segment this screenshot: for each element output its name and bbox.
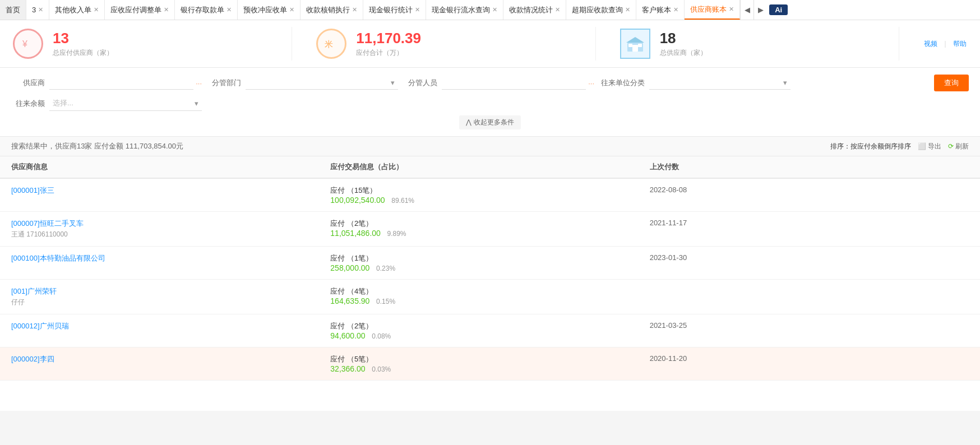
top-right-links: 视频 ｜ 帮助 <box>922 39 969 49</box>
last-pay-2: 2021-11-17 <box>650 219 969 227</box>
divider: ｜ <box>942 39 949 49</box>
help-link[interactable]: 帮助 <box>953 39 967 49</box>
filter-row-2: 往来余额 选择... ▾ <box>11 96 969 111</box>
nav-next-arrow[interactable]: ▶ <box>754 0 767 20</box>
summary-icon-shop <box>618 27 652 61</box>
supplier-link-1[interactable]: [000001]张三 <box>11 186 54 194</box>
close-icon[interactable]: ✕ <box>625 6 630 13</box>
payable-suppliers-label: 总应付供应商（家） <box>53 48 113 58</box>
summary-icon-total: 米 <box>315 27 348 61</box>
nav-item-supplier-ledger[interactable]: 供应商账本 ✕ <box>685 0 740 20</box>
page-wrapper: 首页 3 ✕ 其他收入单 ✕ 应收应付调整单 ✕ 银行存取款单 ✕ 预收冲应收单… <box>0 0 980 445</box>
collapse-button[interactable]: ⋀ 收起更多条件 <box>459 115 520 129</box>
svg-rect-4 <box>632 45 638 52</box>
supplier-link-4[interactable]: [001]广州荣轩 <box>11 287 57 295</box>
person-dots[interactable]: ··· <box>588 79 594 87</box>
total-suppliers-label: 总供应商（家） <box>660 48 707 58</box>
close-icon[interactable]: ✕ <box>352 6 357 13</box>
filter-dept: 分管部门 ▾ <box>207 76 398 90</box>
chevron-down-icon: ▾ <box>391 78 395 87</box>
close-icon[interactable]: ✕ <box>94 6 99 13</box>
close-icon[interactable]: ✕ <box>492 6 497 13</box>
summary-text-total-suppliers: 18 总供应商（家） <box>660 30 707 58</box>
close-icon[interactable]: ✕ <box>555 6 560 13</box>
summary-card-total-suppliers: 18 总供应商（家） <box>618 27 899 61</box>
refresh-icon: ⟳ <box>948 142 954 150</box>
summary-text-payable-total: 11,170.39 应付合计（万） <box>356 30 421 58</box>
nav-item-collection-stat[interactable]: 收款情况统计 ✕ <box>503 0 566 20</box>
result-summary-text: 搜索结果中，供应商13家 应付金额 111,703,854.00元 <box>11 141 183 151</box>
close-icon[interactable]: ✕ <box>729 6 734 13</box>
close-icon[interactable]: ✕ <box>38 6 43 13</box>
summary-icon-payable: ¥ <box>11 27 45 61</box>
balance-label: 往来余额 <box>11 99 45 109</box>
nav-item-receivable-exec[interactable]: 收款核销执行 ✕ <box>301 0 363 20</box>
payable-total-label: 应付合计（万） <box>356 48 421 58</box>
supplier-info-3: [000100]本特勤油品有限公司 <box>11 253 330 263</box>
total-suppliers-num: 18 <box>660 30 707 47</box>
person-input[interactable] <box>442 76 586 90</box>
filter-person: 分管人员 ··· <box>404 76 594 90</box>
supplier-sub-4: 仔仔 <box>11 298 330 307</box>
nav-item-cash-bank-stat[interactable]: 现金银行统计 ✕ <box>363 0 426 20</box>
supplier-link-2[interactable]: [000007]恒旺二手叉车 <box>11 219 84 228</box>
ai-badge[interactable]: Ai <box>769 4 788 15</box>
dept-label: 分管部门 <box>207 78 241 88</box>
nav-item-customer-ledger[interactable]: 客户账本 ✕ <box>636 0 685 20</box>
nav-item-cash-flow[interactable]: 现金银行流水查询 ✕ <box>426 0 503 20</box>
supplier-dots[interactable]: ··· <box>196 79 202 87</box>
close-icon[interactable]: ✕ <box>226 6 232 13</box>
nav-item-adjustment[interactable]: 应收应付调整单 ✕ <box>105 0 175 20</box>
top-navigation: 首页 3 ✕ 其他收入单 ✕ 应收应付调整单 ✕ 银行存取款单 ✕ 预收冲应收单… <box>0 0 980 20</box>
payable-total-num: 11,170.39 <box>356 30 421 47</box>
supplier-link-5[interactable]: [000012]广州贝瑞 <box>11 322 69 330</box>
nav-item-overdue[interactable]: 超期应收款查询 ✕ <box>566 0 636 20</box>
payable-icon-circle: ¥ <box>13 29 43 59</box>
supplier-info-2: [000007]恒旺二手叉车 王通 17106110000 <box>11 219 330 239</box>
nav-item-home[interactable]: 首页 <box>0 0 26 20</box>
supplier-info-6: [000002]李四 <box>11 354 330 364</box>
last-pay-3: 2023-01-30 <box>650 253 969 262</box>
table-row: [000001]张三 应付 （15笔） 100,092,540.00 89.61… <box>0 179 980 212</box>
video-link[interactable]: 视频 <box>924 39 937 49</box>
right-actions: 排序：按应付余额倒序排序 ⬜ 导出 ⟳ 刷新 <box>830 142 969 151</box>
category-dropdown[interactable]: ▾ <box>649 76 791 90</box>
collapse-row: ⋀ 收起更多条件 <box>11 115 969 129</box>
summary-text-payable-suppliers: 13 总应付供应商（家） <box>53 30 113 58</box>
nav-prev-arrow[interactable]: ◀ <box>740 0 754 20</box>
shop-icon-box <box>620 29 650 59</box>
table-row: [000012]广州贝瑞 应付 （2笔） 94,600.00 0.08% 202… <box>0 314 980 347</box>
chevron-down-icon-3: ▾ <box>195 99 198 108</box>
svg-rect-5 <box>628 44 632 47</box>
table-row: [000100]本特勤油品有限公司 应付 （1笔） 258,000.00 0.2… <box>0 247 980 280</box>
payable-info-2: 应付 （2笔） 11,051,486.00 9.89% <box>330 219 649 238</box>
col-header-payable: 应付交易信息（占比） <box>330 162 649 172</box>
sort-label[interactable]: 排序：按应付余额倒序排序 <box>830 142 911 151</box>
summary-card-payable-suppliers: ¥ 13 总应付供应商（家） <box>11 27 292 61</box>
col-header-lastpay: 上次付数 <box>650 162 969 172</box>
close-icon[interactable]: ✕ <box>415 6 420 13</box>
query-button[interactable]: 查询 <box>934 75 969 91</box>
nav-item-other-income[interactable]: 其他收入单 ✕ <box>49 0 105 20</box>
supplier-link-3[interactable]: [000100]本特勤油品有限公司 <box>11 254 105 262</box>
filter-area: 供应商 ··· 分管部门 ▾ 分管人员 ··· 往来单位分类 <box>0 68 980 137</box>
filter-supplier: 供应商 ··· <box>11 76 202 90</box>
payable-info-4: 应付 （4笔） 164,635.90 0.15% <box>330 286 649 305</box>
close-icon[interactable]: ✕ <box>673 6 678 13</box>
supplier-input[interactable] <box>49 76 193 90</box>
supplier-info-5: [000012]广州贝瑞 <box>11 321 330 331</box>
dept-dropdown[interactable]: ▾ <box>246 76 398 90</box>
balance-dropdown[interactable]: 选择... ▾ <box>49 96 202 111</box>
refresh-button[interactable]: ⟳ 刷新 <box>948 142 969 151</box>
nav-item-advance[interactable]: 预收冲应收单 ✕ <box>238 0 301 20</box>
export-button[interactable]: ⬜ 导出 <box>918 142 941 151</box>
table-row: [000007]恒旺二手叉车 王通 17106110000 应付 （2笔） 11… <box>0 212 980 247</box>
svg-marker-3 <box>626 37 644 43</box>
last-pay-1: 2022-08-08 <box>650 186 969 194</box>
close-icon[interactable]: ✕ <box>164 6 169 13</box>
close-icon[interactable]: ✕ <box>289 6 294 13</box>
last-pay-5: 2021-03-25 <box>650 321 969 330</box>
nav-item-3[interactable]: 3 ✕ <box>26 0 49 20</box>
nav-item-bank[interactable]: 银行存取款单 ✕ <box>175 0 238 20</box>
supplier-link-6[interactable]: [000002]李四 <box>11 355 54 363</box>
